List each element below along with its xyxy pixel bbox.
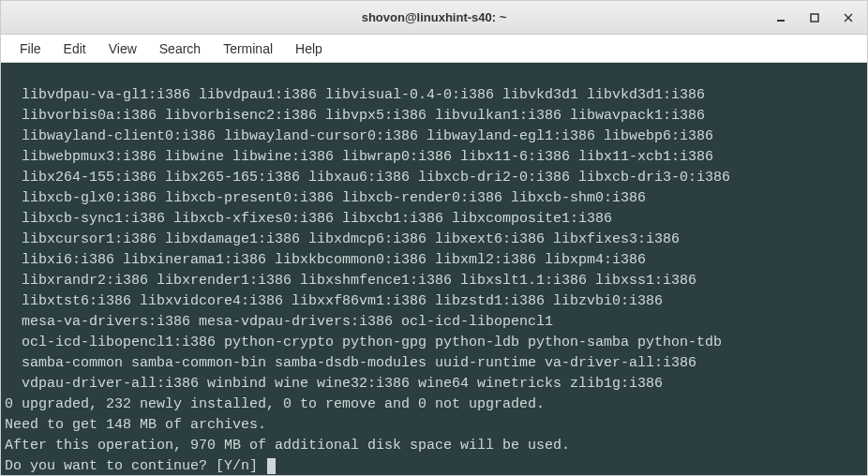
terminal-line: libvorbis0a:i386 libvorbisenc2:i386 libv… [5, 108, 705, 124]
close-icon [844, 13, 853, 22]
menu-terminal[interactable]: Terminal [212, 37, 284, 60]
terminal-line: libxcb-sync1:i386 libxcb-xfixes0:i386 li… [5, 211, 612, 227]
minimize-icon [776, 13, 786, 22]
terminal-line: libxtst6:i386 libxvidcore4:i386 libxxf86… [5, 293, 663, 309]
svg-rect-0 [777, 20, 785, 22]
terminal-prompt-line: Do you want to continue? [Y/n] [5, 458, 266, 474]
terminal-line: libxrandr2:i386 libxrender1:i386 libxshm… [5, 273, 696, 289]
maximize-icon [810, 13, 819, 22]
terminal-line: ocl-icd-libopencl1:i386 python-crypto py… [5, 335, 722, 350]
maximize-button[interactable] [803, 8, 826, 27]
terminal-line: mesa-va-drivers:i386 mesa-vdpau-drivers:… [5, 314, 553, 330]
terminal-line: libxcb-glx0:i386 libxcb-present0:i386 li… [5, 190, 646, 206]
terminal-line: After this operation, 970 MB of addition… [5, 438, 570, 454]
svg-rect-1 [811, 14, 818, 22]
terminal-line: libwayland-client0:i386 libwayland-curso… [5, 128, 713, 144]
terminal-line: 0 upgraded, 232 newly installed, 0 to re… [5, 396, 545, 412]
terminal-line: samba-common samba-common-bin samba-dsdb… [5, 355, 696, 371]
minimize-button[interactable] [770, 8, 792, 27]
cursor [267, 458, 276, 474]
terminal-line: Need to get 148 MB of archives. [5, 417, 266, 433]
close-button[interactable] [837, 8, 860, 27]
menubar: File Edit View Search Terminal Help [1, 35, 867, 63]
terminal-line: libxi6:i386 libxinerama1:i386 libxkbcomm… [5, 252, 646, 268]
terminal-output[interactable]: libvdpau-va-gl1:i386 libvdpau1:i386 libv… [1, 63, 867, 475]
terminal-line: libxcursor1:i386 libxdamage1:i386 libxdm… [5, 231, 680, 247]
terminal-window: shovon@linuxhint-s40: ~ File Edit View S… [0, 0, 868, 476]
menu-view[interactable]: View [97, 37, 148, 60]
terminal-line: libvdpau-va-gl1:i386 libvdpau1:i386 libv… [5, 87, 705, 103]
titlebar: shovon@linuxhint-s40: ~ [1, 1, 867, 35]
menu-edit[interactable]: Edit [52, 37, 97, 60]
menu-file[interactable]: File [8, 37, 52, 60]
terminal-line: libx264-155:i386 libx265-165:i386 libxau… [5, 170, 730, 186]
terminal-line: libwebpmux3:i386 libwine libwine:i386 li… [5, 149, 713, 165]
window-title: shovon@linuxhint-s40: ~ [362, 10, 507, 24]
menu-search[interactable]: Search [148, 37, 212, 60]
menu-help[interactable]: Help [284, 37, 334, 60]
terminal-line: vdpau-driver-all:i386 winbind wine wine3… [5, 376, 663, 392]
window-controls [770, 8, 860, 27]
